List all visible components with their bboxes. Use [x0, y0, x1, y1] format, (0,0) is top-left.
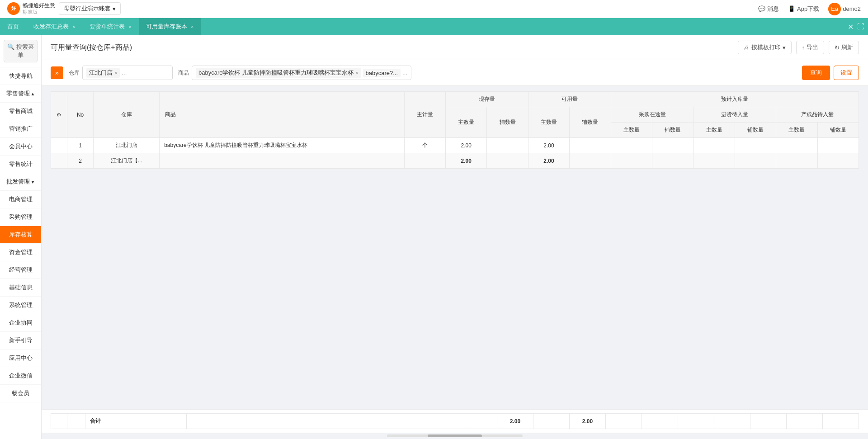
tab-expand[interactable]: ⛶ [857, 23, 864, 31]
sidebar-item-wholesale-mgmt[interactable]: 批发管理 ▼ [0, 173, 41, 191]
total-product-aux [823, 414, 859, 429]
product-tag-1: babycare学饮杯 儿童防摔防撞吸管杯重力球吸嘴杯宝宝水杯 × [196, 68, 361, 78]
sidebar-item-system[interactable]: 系统管理 [0, 297, 41, 314]
print-button[interactable]: 🖨 按模板打印 ▾ [738, 41, 792, 54]
total-purchase-main [642, 414, 678, 429]
product-tag-2-text: babycare?... [366, 70, 398, 76]
logo-icon: 好 [7, 2, 20, 15]
th-product: 商品 [160, 92, 404, 138]
sidebar-item-app-center[interactable]: 应用中心 [0, 349, 41, 367]
sidebar-item-quick-nav[interactable]: 快捷导航 [0, 67, 41, 85]
sidebar-item-purchase[interactable]: 采购管理 [0, 208, 41, 226]
th-incoming-aux: 辅数量 [735, 123, 776, 138]
product-tag-1-text: babycare学饮杯 儿童防摔防撞吸管杯重力球吸嘴杯宝宝水杯 [198, 69, 354, 77]
warehouse-input[interactable]: 江北门店 × ... [82, 66, 173, 80]
warehouse-tag-1-remove[interactable]: × [114, 70, 117, 76]
product-more[interactable]: ... [402, 70, 407, 76]
sidebar-item-quick-nav-label: 快捷导航 [9, 72, 33, 79]
message-button[interactable]: 💬 消息 [758, 5, 779, 13]
warehouse-filter-label: 仓库 [69, 69, 80, 77]
tab-inventory-account-close[interactable]: × [191, 24, 193, 29]
sidebar-item-app-center-label: 应用中心 [9, 354, 33, 361]
tenant-name: 母婴行业演示账套 [64, 5, 111, 13]
cell-product-main-2 [776, 153, 817, 169]
th-settings[interactable]: ⚙ [51, 92, 67, 138]
settings-button[interactable]: 设置 [834, 66, 859, 80]
sidebar-item-finance-label: 资金管理 [9, 249, 33, 255]
th-purchase-aux: 辅数量 [652, 123, 693, 138]
sidebar-item-enterprise[interactable]: 企业协同 [0, 314, 41, 332]
search-icon: 🔍 [7, 43, 16, 50]
product-tag-2: babycare?... [363, 69, 401, 77]
cell-purchase-main-2 [611, 153, 652, 169]
dropdown-icon: ▾ [113, 5, 116, 12]
sidebar-item-inventory[interactable]: 库存核算 [0, 226, 41, 244]
cell-warehouse-2: 江北门店【... [94, 153, 160, 169]
total-row: 合计 2.00 2.00 [51, 414, 859, 429]
data-table: ⚙ No 仓库 商品 主计量 现存量 可用量 预计入库量 主数量 辅数量 主数量… [51, 91, 859, 169]
tab-receive-send[interactable]: 收发存汇总表 × [26, 18, 82, 35]
total-stock-aux [533, 414, 570, 429]
logo-area: 好 畅捷通好生意 标准版 [7, 2, 55, 15]
cell-unit-2 [404, 153, 445, 169]
sidebar-search-button[interactable]: 🔍 搜索菜单 [4, 40, 38, 62]
tab-inventory-account[interactable]: 可用量库存账本 × [139, 18, 201, 35]
sidebar-item-retail-mgmt-label: 零售管理 [6, 90, 30, 98]
scroll-thumb [428, 434, 482, 437]
sidebar-item-retail-mgmt[interactable]: 零售管理 ▲ [0, 85, 41, 103]
total-avail-aux [606, 414, 642, 429]
product-tag-1-remove[interactable]: × [355, 70, 358, 76]
th-product-main: 主数量 [776, 123, 817, 138]
sidebar-item-basic-info[interactable]: 基础信息 [0, 279, 41, 297]
cell-stock-aux-1 [487, 138, 528, 153]
sidebar-item-finance[interactable]: 资金管理 [0, 244, 41, 261]
refresh-button[interactable]: ↻ 刷新 [829, 41, 859, 54]
tab-order-stats-close[interactable]: × [128, 24, 131, 29]
horizontal-scrollbar[interactable] [387, 434, 523, 437]
user-name: demo2 [843, 5, 861, 12]
query-button[interactable]: 查询 [802, 66, 830, 80]
export-icon: ↑ [802, 44, 805, 51]
filter-toggle-button[interactable]: » [51, 66, 63, 79]
sidebar-item-marketing[interactable]: 营销推广 [0, 120, 41, 138]
sidebar-item-operation[interactable]: 经营管理 [0, 261, 41, 279]
total-label-cell: 合计 [85, 414, 187, 429]
total-incoming-aux [750, 414, 787, 429]
export-button[interactable]: ↑ 导出 [796, 41, 825, 54]
page-header: 可用量查询(按仓库+商品) 🖨 按模板打印 ▾ ↑ 导出 ↻ 刷新 [42, 35, 868, 60]
total-purchase-aux [678, 414, 714, 429]
sidebar-item-new-guide[interactable]: 新手引导 [0, 332, 41, 349]
warehouse-more[interactable]: ... [122, 70, 127, 76]
cell-incoming-main-2 [693, 153, 735, 169]
product-filter-label: 商品 [178, 69, 189, 77]
product-input[interactable]: babycare学饮杯 儿童防摔防撞吸管杯重力球吸嘴杯宝宝水杯 × babyca… [192, 66, 411, 80]
th-avail-aux: 辅数量 [570, 107, 611, 138]
total-col-product [186, 414, 470, 429]
logo-sub: 标准版 [23, 9, 55, 15]
table-container: ⚙ No 仓库 商品 主计量 现存量 可用量 预计入库量 主数量 辅数量 主数量… [42, 86, 868, 409]
th-stock-aux: 辅数量 [487, 107, 528, 138]
tab-close-all[interactable]: ✕ [848, 23, 854, 31]
user-area[interactable]: Ea demo2 [828, 3, 861, 15]
sidebar-item-ecommerce[interactable]: 电商管理 [0, 191, 41, 208]
sidebar-item-retail-store[interactable]: 零售商城 [0, 103, 41, 120]
cell-product-1: babycare学饮杯 儿童防摔防撞吸管杯重力球吸嘴杯宝宝水杯 [160, 138, 404, 153]
cell-stock-aux-2 [487, 153, 528, 169]
total-avail-main: 2.00 [570, 414, 606, 429]
sidebar-item-new-guide-label: 新手引导 [9, 337, 33, 344]
tab-receive-send-close[interactable]: × [72, 24, 75, 29]
total-product-main [787, 414, 823, 429]
sidebar-item-enterprise-wechat[interactable]: 企业微信 [0, 367, 41, 385]
tenant-selector[interactable]: 母婴行业演示账套 ▾ [59, 2, 121, 15]
th-warehouse: 仓库 [94, 92, 160, 138]
tab-order-stats[interactable]: 要货单统计表 × [82, 18, 138, 35]
sidebar-item-vip-label: 畅会员 [12, 390, 29, 397]
nav-tabs-bar: 首页 收发存汇总表 × 要货单统计表 × 可用量库存账本 × ✕ ⛶ [0, 18, 868, 35]
cell-settings [51, 138, 67, 153]
sidebar-item-retail-stats[interactable]: 零售统计 [0, 156, 41, 173]
sidebar-item-vip[interactable]: 畅会员 [0, 385, 41, 402]
app-download-button[interactable]: 📱 App下载 [788, 5, 819, 13]
tab-home[interactable]: 首页 [0, 18, 26, 35]
sidebar-item-member[interactable]: 会员中心 [0, 138, 41, 156]
th-no: No [67, 92, 94, 138]
